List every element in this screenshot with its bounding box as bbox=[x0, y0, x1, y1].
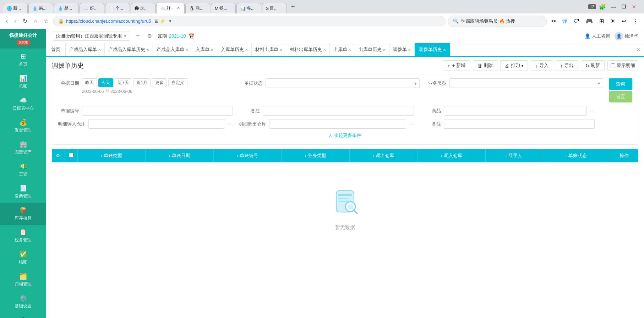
tab-close-icon[interactable]: ✕ bbox=[98, 48, 101, 52]
th-date[interactable]: ↕ 单账日期 bbox=[146, 149, 214, 162]
import-btn[interactable]: ↓ 导入 bbox=[531, 60, 553, 71]
goods-input[interactable] bbox=[444, 106, 587, 116]
browser-tab-5[interactable]: 📄 个... bbox=[105, 3, 130, 13]
today-btn[interactable]: 今天 bbox=[98, 78, 113, 87]
th-in-warehouse[interactable]: ↕ 调入仓库 bbox=[417, 149, 486, 162]
tab-close-icon[interactable]: ✕ bbox=[383, 48, 386, 52]
tab-close-icon[interactable]: ✕ bbox=[323, 48, 326, 52]
filter-settings-btn[interactable]: 设置 bbox=[609, 91, 632, 102]
new-tab-btn[interactable]: + bbox=[288, 2, 298, 11]
user-service[interactable]: 👤 人工咨询 bbox=[585, 33, 610, 39]
close-all-btn[interactable]: ✕ bbox=[633, 44, 644, 55]
shield-icon[interactable]: 🛡 bbox=[572, 17, 582, 25]
sidebar-item-inventory[interactable]: 📦 库存核算 bbox=[0, 203, 46, 225]
select-all-checkbox[interactable] bbox=[69, 153, 73, 157]
tab-close-icon[interactable]: ✕ bbox=[443, 48, 446, 52]
last7-btn[interactable]: 近7天 bbox=[115, 78, 132, 87]
th-number[interactable]: ↕ 单账编号 bbox=[213, 149, 282, 162]
browser-tab-8[interactable]: 🐧 腾... bbox=[185, 3, 210, 13]
extensions-icon[interactable]: 🧩 bbox=[597, 3, 607, 11]
tab-close-icon[interactable]: ✕ bbox=[211, 48, 213, 52]
th-biz-type[interactable]: ↕ 业务类型 bbox=[282, 149, 350, 162]
forward-btn[interactable]: › bbox=[12, 16, 18, 26]
undo-icon[interactable]: ↩ bbox=[620, 17, 628, 25]
app-tab-2[interactable]: 产成品入库单历史 ✕ bbox=[105, 43, 153, 56]
back-btn[interactable]: ‹ bbox=[4, 16, 10, 26]
delete-btn[interactable]: 🗑 删除 bbox=[473, 60, 497, 71]
user-avatar[interactable]: 👤 徐泽华 bbox=[615, 32, 638, 40]
refresh-btn[interactable]: ↻ 刷新 bbox=[581, 60, 605, 71]
browser-tab-1[interactable]: 🌐 新... bbox=[3, 3, 28, 13]
status-select[interactable] bbox=[266, 78, 419, 88]
browser-tab-10[interactable]: 📊 各... bbox=[236, 3, 261, 13]
sidebar-item-close[interactable]: ✅ 结账 bbox=[0, 247, 46, 269]
app-tab-11-active[interactable]: 调拨单历史 ✕ bbox=[415, 43, 450, 56]
last-month-btn[interactable]: 近1月 bbox=[133, 78, 151, 87]
custom-btn[interactable]: 自定义 bbox=[168, 78, 187, 87]
goods-more-icon[interactable]: ⋯ bbox=[590, 108, 595, 114]
collapse-btn[interactable]: ∧ 收起更多条件 bbox=[326, 131, 364, 140]
app-tab-5[interactable]: 入库单历史 ✕ bbox=[217, 43, 252, 56]
browser-tab-7-active[interactable]: ☁️ 好... ✕ bbox=[156, 2, 185, 13]
maximize-btn[interactable]: ❐ bbox=[620, 3, 628, 10]
address-bar[interactable]: 🔒 https://cloud.chanjet.com/accounting/u… bbox=[53, 16, 446, 26]
sidebar-item-tax[interactable]: 📋 税务管理 bbox=[0, 225, 46, 247]
tab-close-icon[interactable]: ✕ bbox=[279, 48, 282, 52]
chevron-down-icon[interactable]: ▾ bbox=[169, 18, 171, 24]
reload-btn[interactable]: ↻ bbox=[21, 16, 29, 26]
doc-number-input[interactable] bbox=[82, 106, 233, 116]
app-tab-7[interactable]: 材料出库单历史 ✕ bbox=[286, 43, 330, 56]
sidebar-item-cloud-report[interactable]: ☁️ 云报表中心 bbox=[0, 93, 46, 115]
display-checkbox[interactable] bbox=[611, 63, 615, 68]
minimize-btn[interactable]: — bbox=[609, 3, 618, 10]
th-gear[interactable]: ⚙ bbox=[52, 149, 65, 162]
detail-out-more-icon[interactable]: ⋯ bbox=[409, 121, 414, 127]
sidebar-item-invoice[interactable]: 🧾 发票管理 bbox=[0, 181, 46, 203]
detail-in-input[interactable] bbox=[88, 119, 225, 129]
app-tab-8[interactable]: 出库单 ✕ bbox=[330, 43, 355, 56]
tab-close-icon[interactable]: ✕ bbox=[408, 48, 411, 52]
browser-tab-9[interactable]: M 畅... bbox=[211, 3, 236, 13]
app-tab-4[interactable]: 入库单 ✕ bbox=[192, 43, 217, 56]
browser-tab-11[interactable]: S 目... bbox=[262, 3, 287, 13]
app-tab-6[interactable]: 材料出库单 ✕ bbox=[252, 43, 286, 56]
sidebar-item-archive[interactable]: 🗂️ 归档管理 bbox=[0, 269, 46, 291]
remark-input[interactable] bbox=[263, 106, 414, 116]
export-btn[interactable]: ↑ 导出 bbox=[556, 60, 578, 71]
scissors-icon[interactable]: ✂ bbox=[549, 17, 558, 25]
sidebar-item-settings[interactable]: ⚙️ 基础设置 bbox=[0, 291, 46, 313]
browser-tab-2[interactable]: 💧 易... bbox=[28, 3, 53, 13]
period-selector[interactable]: 账期 2021-10 📅 bbox=[158, 33, 194, 39]
settings-company-btn[interactable]: ⚙ bbox=[146, 33, 153, 39]
tab-close-icon[interactable]: ✕ bbox=[185, 48, 188, 52]
translate-icon[interactable]: 译 bbox=[560, 17, 569, 25]
th-status[interactable]: ↕ 单账状态 bbox=[542, 149, 610, 162]
th-out-warehouse[interactable]: ↕ 调出仓库 bbox=[349, 149, 417, 162]
tab-close-icon[interactable]: ✕ bbox=[146, 48, 149, 52]
app-tab-9[interactable]: 出库单历史 ✕ bbox=[355, 43, 389, 56]
more-btn[interactable]: 更多 bbox=[152, 78, 167, 87]
sidebar-item-guide[interactable]: 🎓 新手引导 bbox=[0, 313, 46, 318]
th-handler[interactable]: ↕ 经手人 bbox=[485, 149, 542, 162]
sidebar-item-fixed-assets[interactable]: 🏢 固定资产 bbox=[0, 137, 46, 159]
th-checkbox[interactable] bbox=[65, 149, 77, 162]
add-company-btn[interactable]: + bbox=[135, 32, 141, 40]
sidebar-item-home[interactable]: ⊞ 首页 bbox=[0, 49, 46, 71]
bookmark-btn[interactable]: ☆ bbox=[42, 16, 51, 26]
menu-icon[interactable]: ⋮ bbox=[631, 17, 640, 25]
display-toggle[interactable]: 显示明细 bbox=[607, 60, 638, 71]
th-type[interactable]: ↕ 单账类型 bbox=[77, 149, 146, 162]
biz-type-select[interactable] bbox=[449, 78, 603, 88]
sidebar-item-funds[interactable]: 💰 资金管理 bbox=[0, 115, 46, 137]
yesterday-btn[interactable]: 昨天 bbox=[82, 78, 97, 87]
tab-close-icon[interactable]: ✕ bbox=[348, 48, 351, 52]
close-window-btn[interactable]: ✕ bbox=[630, 3, 638, 10]
note-input[interactable] bbox=[444, 119, 595, 129]
company-selector[interactable]: (勿删勿禁用）江西服宝测试专用 ▾ bbox=[52, 32, 130, 41]
browser-tab-4[interactable]: ☁️ 好... bbox=[80, 3, 104, 13]
print-btn[interactable]: 🖨 打印 ▾ bbox=[500, 60, 528, 71]
detail-out-input[interactable] bbox=[269, 119, 406, 129]
query-btn[interactable]: 查询 bbox=[609, 78, 632, 90]
sidebar-item-ledger[interactable]: 📊 总账 bbox=[0, 71, 46, 93]
game-icon[interactable]: 🎮 bbox=[584, 17, 595, 25]
